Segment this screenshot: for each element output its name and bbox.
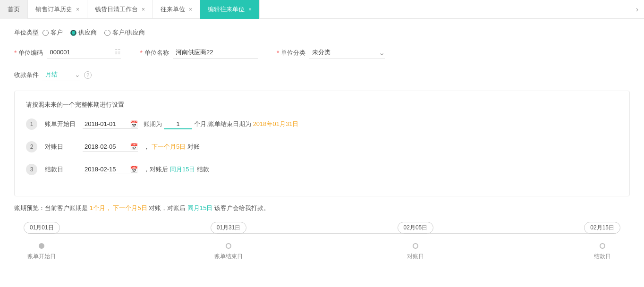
radio-customer[interactable]: 客户	[42, 28, 63, 37]
code-name-category-row: * 单位编码 ☷ * 单位名称 * 单位分类 未分类 ⌄	[14, 46, 630, 59]
tab-sales-history[interactable]: 销售订单历史 ×	[28, 0, 87, 19]
timeline-label-4: 结款日	[594, 253, 611, 261]
unit-type-radio-group: 客户 供应商 客户/供应商	[42, 28, 145, 37]
tab-close-cash-daily[interactable]: ×	[142, 6, 145, 13]
help-icon[interactable]: ?	[84, 71, 92, 79]
period-end-date-highlight: 2018年01月31日	[253, 120, 299, 128]
unit-name-input[interactable]	[173, 47, 258, 59]
payment-terms-row: 收款条件 月结 ⌄ ?	[14, 68, 630, 81]
unit-type-row: 单位类型 客户 供应商 客户/供应商	[14, 28, 630, 37]
unit-category-item: * 单位分类 未分类 ⌄	[277, 46, 385, 59]
timeline-label-2: 账单结束日	[214, 253, 243, 261]
radio-supplier-input[interactable]	[70, 30, 76, 36]
unit-code-star: *	[14, 49, 17, 57]
preview-payment: 同月15日	[187, 204, 212, 211]
preview-text: 账期预览：当前客户账期是 1个月， 下一个月5日 对账，对账后 同月15日 该客…	[14, 204, 630, 212]
period-date-3-wrap: 📅	[83, 165, 138, 174]
period-date-1-input[interactable]	[83, 119, 130, 128]
unit-category-value: 未分类	[309, 46, 379, 59]
preview-reconcile: 下一个月5日	[113, 204, 147, 211]
period-desc-1: 账期为 个月,账单结束日期为 2018年01月31日	[144, 119, 298, 129]
period-date-1-wrap: 📅	[83, 119, 138, 129]
timeline-badge-4: 02月15日	[584, 222, 620, 234]
period-num-3: 3	[26, 164, 37, 175]
tab-cash-daily[interactable]: 钱货日清工作台 ×	[87, 0, 153, 19]
period-num-2: 2	[26, 141, 37, 152]
unit-name-item: * 单位名称	[140, 47, 257, 59]
period-desc-2: ， 下一个月5日 对账	[144, 143, 200, 151]
unit-category-label: 单位分类	[281, 49, 305, 57]
period-date-2-wrap: 📅	[83, 142, 138, 152]
payment-terms-value: 月结	[42, 68, 75, 81]
preview-month: 1个月，	[90, 204, 111, 211]
calendar-icon-3[interactable]: 📅	[130, 166, 138, 173]
radio-supplier[interactable]: 供应商	[70, 28, 97, 37]
timeline-dot-2	[226, 243, 231, 249]
period-box: 请按照未来的一个完整帐期进行设置 1 账单开始日 📅 账期为 个月,账单结束日期…	[14, 91, 630, 196]
period-date-3-input[interactable]	[83, 165, 130, 174]
period-label-3: 结款日	[45, 165, 83, 174]
unit-name-star: *	[140, 49, 142, 57]
timeline: 01月01日 账单开始日 01月31日 账单结束日 02月05日 对账日 02月…	[14, 222, 630, 260]
unit-code-label: 单位编码	[18, 49, 43, 57]
tab-home[interactable]: 首页	[0, 0, 28, 19]
unit-code-input-wrap: ☷	[47, 47, 121, 59]
tab-edit-partner[interactable]: 编辑往来单位 ×	[200, 0, 260, 19]
tab-bar: 首页 销售订单历史 × 钱货日清工作台 × 往来单位 × 编辑往来单位 × ›	[0, 0, 644, 19]
tab-close-partners[interactable]: ×	[189, 6, 192, 13]
period-num-1: 1	[26, 118, 37, 130]
timeline-nodes: 01月01日 账单开始日 01月31日 账单结束日 02月05日 对账日 02月…	[14, 222, 630, 261]
timeline-node-1: 01月01日 账单开始日	[24, 222, 60, 261]
period-row-2: 2 对账日 📅 ， 下一个月5日 对账	[26, 141, 618, 152]
period-label-1: 账单开始日	[45, 120, 83, 128]
tab-expand-button[interactable]: ›	[630, 5, 644, 14]
timeline-dot-3	[413, 243, 418, 249]
unit-code-item: * 单位编码 ☷	[14, 47, 121, 59]
timeline-badge-1: 01月01日	[24, 222, 60, 234]
reconcile-date-highlight: 下一个月5日	[152, 143, 186, 151]
period-row-1: 1 账单开始日 📅 账期为 个月,账单结束日期为 2018年01月31日	[26, 118, 618, 130]
calendar-icon-2[interactable]: 📅	[130, 143, 138, 151]
period-box-title: 请按照未来的一个完整帐期进行设置	[26, 101, 618, 109]
payment-terms-item: 收款条件 月结 ⌄ ?	[14, 68, 92, 81]
radio-both-input[interactable]	[104, 30, 110, 36]
copy-icon[interactable]: ☷	[115, 48, 121, 56]
timeline-node-4: 02月15日 结款日	[584, 222, 620, 261]
period-row-3: 3 结款日 📅 ，对账后 同月15日 结款	[26, 164, 618, 175]
timeline-dot-4	[600, 243, 605, 249]
main-content: 单位类型 客户 供应商 客户/供应商 * 单位编码	[0, 19, 644, 287]
tab-close-sales-history[interactable]: ×	[76, 6, 79, 13]
unit-category-select[interactable]: 未分类 ⌄	[309, 46, 385, 59]
unit-category-star: *	[277, 49, 279, 57]
period-month-input[interactable]	[164, 119, 192, 129]
period-desc-3: ，对账后 同月15日 结款	[144, 165, 209, 174]
radio-both[interactable]: 客户/供应商	[104, 28, 145, 37]
radio-customer-input[interactable]	[42, 30, 49, 36]
payment-terms-label: 收款条件	[14, 71, 39, 79]
calendar-icon-1[interactable]: 📅	[130, 120, 138, 128]
tab-partners[interactable]: 往来单位 ×	[153, 0, 200, 19]
period-label-2: 对账日	[45, 143, 83, 151]
period-date-2-input[interactable]	[83, 142, 130, 151]
timeline-badge-2: 01月31日	[211, 222, 247, 234]
unit-code-input[interactable]	[47, 47, 113, 58]
timeline-badge-3: 02月05日	[398, 222, 434, 234]
payment-terms-arrow-icon[interactable]: ⌄	[75, 71, 80, 78]
payment-date-highlight: 同月15日	[170, 165, 195, 174]
payment-terms-select[interactable]: 月结 ⌄	[42, 68, 80, 81]
unit-type-label: 单位类型	[14, 28, 39, 37]
timeline-dot-1	[39, 243, 44, 249]
timeline-label-1: 账单开始日	[27, 253, 56, 261]
category-dropdown-icon[interactable]: ⌄	[379, 48, 385, 57]
unit-name-label: 单位名称	[144, 49, 169, 57]
tab-close-edit-partner[interactable]: ×	[248, 6, 252, 13]
timeline-node-2: 01月31日 账单结束日	[211, 222, 247, 261]
timeline-label-3: 对账日	[407, 253, 424, 261]
unit-type-item: 单位类型 客户 供应商 客户/供应商	[14, 28, 145, 37]
timeline-node-3: 02月05日 对账日	[398, 222, 434, 261]
